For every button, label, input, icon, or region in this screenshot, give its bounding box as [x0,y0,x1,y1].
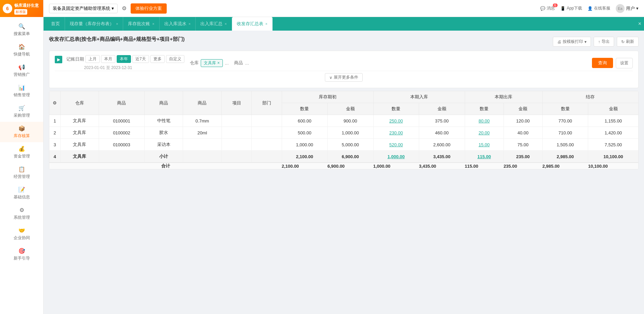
tab-in-out-flow-close[interactable]: × [188,22,191,26]
tab-inventory-dist-close[interactable]: × [116,22,118,26]
sidebar-item-label: 销售管理 [14,92,30,98]
message-badge: 6 [553,3,558,7]
quick-nav-icon: 🏠 [18,44,25,50]
sidebar-item-search[interactable]: 🔍搜索菜单 [0,20,43,40]
expand-label: 展开更多条件 [334,75,358,80]
username: 用户 [626,5,635,12]
table-footer: 合计 2,100.00 6,900.00 1,000.00 3,435.00 1… [49,163,638,169]
logo-icon: 6 [3,4,12,13]
message-action[interactable]: 💬 消息 6 [540,5,555,11]
th-opening: 库存期初 [282,91,373,103]
filter-main-row: 记账日期 上月 本月 本年 近7天 更多 自定义 2023-01-01 至 20… [66,55,633,71]
sidebar-item-label: 采购管理 [14,113,30,118]
system-icon: ⚙ [19,207,24,213]
warehouse-tag-remove[interactable]: × [217,61,220,65]
footer-open-qty: 2,100.00 [282,163,328,169]
tab-collect-summary-label: 收发存汇总表 [237,21,263,27]
date-prev-month[interactable]: 上月 [85,55,100,63]
main-content: 装备及固定资产辅助管理系统 ▾ ⚙ 体验行业方案 💬 消息 6 📱 App下载 … [44,0,644,314]
sidebar-item-guide[interactable]: 🎯新手引导 [0,244,43,265]
refresh-button[interactable]: ↻ 刷新 [617,37,639,47]
sidebar-item-label: 搜索菜单 [14,31,30,37]
sidebar-item-cooperation[interactable]: 🤝企业协同 [0,224,43,244]
date-more[interactable]: 更多 [150,55,165,63]
th-goods-name: 商品 [145,91,183,115]
tab-batch-ledger[interactable]: 库存批次账 × [123,17,159,31]
filter-panel: ▶ 记账日期 上月 本月 本年 近7天 更多 自定义 [49,51,639,88]
th-department: 部门 [252,91,282,115]
service-icon: 👤 [588,6,593,11]
sidebar-item-operations[interactable]: 📋经营管理 [0,163,43,183]
sidebar-item-label: 经营管理 [14,174,30,180]
table-row: 1文具库0100001中性笔0.7mm600.00900.00250.00375… [49,115,638,127]
footer-in-qty: 1,000.00 [373,163,419,169]
header-actions: 🖨 按模板打印 ▾ ↑ 导出 ↻ 刷新 [553,37,639,47]
th-goods-spec: 商品 [183,91,221,115]
online-service-label: 在线客服 [594,5,610,11]
sidebar-item-quick-nav[interactable]: 🏠快捷导航 [0,40,43,61]
date-this-month[interactable]: 本月 [101,55,115,63]
sidebar-item-inventory[interactable]: 📦库存核算 [0,122,43,142]
date-custom[interactable]: 自定义 [166,55,184,63]
filter-fields: 记账日期 上月 本月 本年 近7天 更多 自定义 2023-01-01 至 20… [66,55,633,71]
goods-label: 商品 [234,60,243,66]
sidebar-menu: 🔍搜索菜单🏠快捷导航📢营销推广📊销售管理🛒采购管理📦库存核算💰资金管理📋经营管理… [0,17,43,314]
close-all-tabs[interactable]: × [638,21,641,27]
warehouse-more-dots[interactable]: ... [225,60,229,66]
export-button[interactable]: ↑ 导出 [594,37,614,47]
sidebar-item-basic-info[interactable]: 📝基础信息 [0,183,43,203]
sidebar-item-purchase[interactable]: 🛒采购管理 [0,101,43,122]
tab-in-out-flow[interactable]: 出入库流水 × [160,17,196,31]
goods-more-dots[interactable]: ... [245,60,249,66]
user-menu[interactable]: Ea 用户 ▾ [616,4,639,13]
settings-icon[interactable]: ⚙ [122,5,127,12]
print-button[interactable]: 🖨 按模板打印 ▾ [553,37,591,47]
tab-collect-summary[interactable]: 收发存汇总表 × [232,17,273,31]
sidebar-item-marketing[interactable]: 📢营销推广 [0,61,43,81]
sidebar-item-system[interactable]: ⚙系统管理 [0,203,43,224]
sidebar: 6 畅库通好生意 标准版 🔍搜索菜单🏠快捷导航📢营销推广📊销售管理🛒采购管理📦库… [0,0,44,314]
tabbar: 首页 现存量（库存分布表） × 库存批次账 × 出入库流水 × 出入库汇总 × … [44,17,644,31]
tab-home[interactable]: 首页 [46,17,65,31]
sidebar-item-sales[interactable]: 📊销售管理 [0,81,43,101]
footer-balance-qty: 2,985.00 [542,163,588,169]
sidebar-item-label: 营销推广 [14,72,30,78]
settings-button[interactable]: 设置 [616,58,633,68]
tab-in-out-summary[interactable]: 出入库汇总 × [196,17,232,31]
sales-icon: 📊 [18,84,25,91]
online-service-action[interactable]: 👤 在线客服 [588,5,610,11]
filter-toggle-button[interactable]: ▶ [55,56,62,63]
th-project: 项目 [221,91,251,115]
query-button[interactable]: 查询 [592,58,613,68]
date-buttons-row: 记账日期 上月 本月 本年 近7天 更多 自定义 [66,55,184,63]
footer-label: 合计 [49,163,282,169]
system-select[interactable]: 装备及固定资产辅助管理系统 ▾ [49,4,118,13]
tab-collect-summary-close[interactable]: × [265,22,267,26]
page-header-row: 收发存汇总表(按仓库+商品编码+商品+规格型号+项目+部门) 🖨 按模板打印 ▾… [49,36,639,47]
sidebar-item-label: 企业协同 [14,235,30,241]
footer-out-amount: 235.00 [503,163,542,169]
date-7days[interactable]: 近7天 [132,55,149,63]
table-header-row-1: ⚙ 仓库 商品 商品 商品 项目 部门 库存期初 本期入库 本期出库 结存 [49,91,638,103]
th-open-qty: 数量 [282,103,328,115]
footer-open-amount: 6,900.00 [328,163,374,169]
footer-out-qty: 115.00 [465,163,503,169]
th-in-qty: 数量 [373,103,419,115]
column-settings-icon[interactable]: ⚙ [53,100,57,105]
tab-in-out-summary-close[interactable]: × [225,22,227,26]
sidebar-item-finance[interactable]: 💰资金管理 [0,142,43,163]
date-this-year[interactable]: 本年 [117,55,131,63]
tab-inventory-dist[interactable]: 现存量（库存分布表） × [65,17,123,31]
trial-button[interactable]: 体验行业方案 [131,3,167,14]
footer-balance-amount: 10,100.00 [588,163,638,169]
topbar: 装备及固定资产辅助管理系统 ▾ ⚙ 体验行业方案 💬 消息 6 📱 App下载 … [44,0,644,17]
cooperation-icon: 🤝 [18,227,25,234]
th-settings: ⚙ [49,91,61,115]
expand-conditions-button[interactable]: ∨ 展开更多条件 [325,73,363,82]
avatar: Ea [616,4,625,13]
table-row: 4文具库小计2,100.006,900.001,000.003,435.0011… [49,151,638,163]
mobile-icon: 📱 [560,6,565,11]
sidebar-logo: 6 畅库通好生意 标准版 [0,0,43,17]
app-download-action[interactable]: 📱 App下载 [560,5,582,11]
tab-batch-ledger-close[interactable]: × [152,22,154,26]
